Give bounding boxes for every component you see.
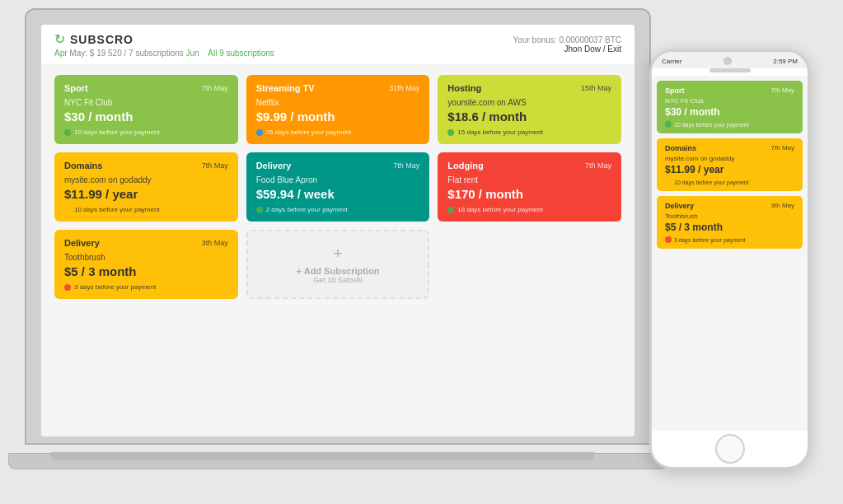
card-streaming-service: Netflix [256, 98, 420, 107]
card-delivery2-date: 3th May [202, 239, 228, 247]
bonus-text: Your bonus: 0.00000037 BTC [513, 35, 621, 44]
phone-card-sport-service: NYC Fit Club [665, 97, 794, 105]
card-delivery2[interactable]: Delivery 3th May Toothbrush $5 / 3 month… [54, 230, 238, 299]
app: ↻ SUBSCRO Apr May: $ 19 520 / 7 subscrip… [41, 25, 635, 436]
dot-green-icon [64, 129, 71, 136]
card-streaming-reminder: 26 days before your payment [256, 128, 420, 136]
card-hosting-reminder: 15 days before your payment [447, 128, 611, 136]
app-main: Sport 7th May NYC Fit Club $30 / month 1… [41, 65, 635, 436]
card-lodging-service: Flat rent [447, 175, 611, 184]
phone-home-button[interactable] [715, 434, 745, 464]
cards-grid: Sport 7th May NYC Fit Club $30 / month 1… [54, 75, 621, 299]
phone-screen: Sport 7th May NYC Fit Club $30 / month 1… [652, 76, 808, 431]
laptop: ↻ SUBSCRO Apr May: $ 19 520 / 7 subscrip… [25, 8, 651, 486]
card-lodging-reminder: 18 days before your payment [447, 206, 611, 213]
phone-card-sport-date: 7th May [771, 86, 794, 95]
dot-domains-yellow-icon [64, 207, 71, 213]
card-lodging[interactable]: Lodging 7th May Flat rent $170 / month 1… [438, 152, 621, 222]
card-delivery-price: $59.94 / week [256, 187, 420, 201]
phone-card-domains[interactable]: Domains 7th May mysite.com on godaddy $1… [657, 138, 803, 191]
phone: Carrier 2:59 PM Sport 7th May NYC Fit Cl… [649, 49, 810, 469]
phone-camera [724, 57, 732, 65]
card-sport-price: $30 / month [64, 110, 228, 124]
phone-card-sport[interactable]: Sport 7th May NYC Fit Club $30 / month 1… [657, 81, 803, 133]
phone-dot-sport-icon [665, 121, 672, 128]
laptop-screen: ↻ SUBSCRO Apr May: $ 19 520 / 7 subscrip… [41, 25, 635, 436]
card-hosting-date: 15th May [581, 84, 611, 92]
card-delivery-reminder: 2 days before your payment [256, 206, 420, 213]
card-domains-price: $11.99 / year [64, 187, 228, 201]
card-hosting-title: Hosting [447, 83, 481, 93]
card-delivery-date: 7th May [393, 161, 419, 170]
carrier-text: Carrier [662, 58, 681, 65]
card-lodging-title: Lodging [447, 161, 483, 170]
laptop-base [8, 453, 667, 469]
card-lodging-price: $170 / month [447, 187, 611, 201]
dot-hosting-green-icon [447, 129, 454, 136]
card-sport-title: Sport [64, 83, 88, 93]
dot-blue-icon [256, 129, 263, 136]
phone-card-sport-price: $30 / month [665, 106, 794, 118]
phone-dot-delivery-icon [665, 236, 672, 243]
add-label: + Add Subscription [297, 266, 380, 276]
header-nav: Apr May: $ 19 520 / 7 subscriptions Jun … [54, 49, 274, 58]
phone-dot-domains-icon [665, 179, 672, 185]
laptop-foot [50, 452, 594, 460]
phone-card-domains-date: 7th May [771, 144, 794, 152]
add-sub: Get 10 Satoshi [313, 276, 363, 284]
dot-delivery2-red-icon [64, 284, 71, 291]
phone-card-delivery-title: Delivery [665, 202, 694, 210]
logo-area: ↻ SUBSCRO [54, 31, 274, 47]
card-delivery2-title: Delivery [64, 238, 100, 248]
card-delivery2-reminder: 3 days before your payment [64, 283, 228, 291]
phone-card-sport-reminder: 10 days before your payment [665, 121, 794, 128]
card-sport-service: NYC Fit Club [64, 98, 228, 107]
card-domains-date: 7th May [202, 161, 228, 170]
header-right: Your bonus: 0.00000037 BTC Jhon Dow / Ex… [513, 35, 621, 54]
nav-next[interactable]: Jun [186, 49, 199, 58]
card-streaming-title: Streaming TV [256, 83, 315, 93]
card-sport-date: 7th May [202, 84, 228, 92]
header-summary: May: $ 19 520 / 7 subscriptions [69, 49, 183, 58]
card-domains[interactable]: Domains 7th May mysite.com on godaddy $1… [54, 152, 238, 222]
all-subscriptions-link[interactable]: All 9 subscriptions [208, 49, 274, 58]
phone-card-domains-title: Domains [665, 144, 696, 152]
card-add[interactable]: + + Add Subscription Get 10 Satoshi [246, 230, 430, 299]
header-left: ↻ SUBSCRO Apr May: $ 19 520 / 7 subscrip… [54, 31, 274, 58]
card-hosting-price: $18.6 / month [447, 110, 611, 124]
phone-card-delivery-date: 3th May [771, 202, 794, 210]
card-streaming-date: 31th May [389, 84, 419, 92]
phone-card-sport-header: Sport 7th May [665, 86, 794, 95]
card-domains-reminder: 10 days before your payment [64, 206, 228, 213]
card-streaming-header: Streaming TV 31th May [256, 83, 420, 93]
scene: ↻ SUBSCRO Apr May: $ 19 520 / 7 subscrip… [0, 0, 843, 504]
card-domains-title: Domains [64, 161, 102, 170]
nav-prev[interactable]: Apr [54, 49, 68, 58]
card-lodging-date: 7th May [585, 161, 611, 170]
add-icon: + [334, 245, 343, 263]
phone-card-delivery-service: Toothbrush [665, 212, 794, 220]
card-delivery2-header: Delivery 3th May [64, 238, 228, 248]
card-delivery-header: Delivery 7th May [256, 161, 420, 170]
card-delivery2-service: Toothbrush [64, 253, 228, 262]
card-delivery[interactable]: Delivery 7th May Food Blue Apron $59.94 … [246, 152, 430, 222]
phone-card-delivery-price: $5 / 3 month [665, 222, 794, 233]
phone-card-domains-reminder: 10 days before your payment [665, 179, 794, 185]
logo-text: SUBSCRO [70, 33, 133, 46]
card-hosting-header: Hosting 15th May [447, 83, 611, 93]
card-domains-header: Domains 7th May [64, 161, 228, 170]
card-hosting-service: yoursite.com on AWS [447, 98, 611, 107]
card-sport[interactable]: Sport 7th May NYC Fit Club $30 / month 1… [54, 75, 238, 144]
card-lodging-header: Lodging 7th May [447, 161, 611, 170]
card-streaming-price: $9.99 / month [256, 110, 420, 124]
phone-card-domains-price: $11.99 / year [665, 164, 794, 175]
logo-icon: ↻ [54, 31, 65, 47]
phone-card-sport-title: Sport [665, 86, 685, 95]
app-header: ↻ SUBSCRO Apr May: $ 19 520 / 7 subscrip… [41, 25, 635, 65]
card-hosting[interactable]: Hosting 15th May yoursite.com on AWS $18… [438, 75, 621, 144]
card-domains-service: mysite.com on godaddy [64, 175, 228, 184]
user-info: Jhon Dow / Exit [513, 44, 621, 54]
phone-card-delivery[interactable]: Delivery 3th May Toothbrush $5 / 3 month… [657, 196, 803, 249]
card-streaming[interactable]: Streaming TV 31th May Netflix $9.99 / mo… [246, 75, 430, 144]
phone-speaker [710, 68, 751, 72]
